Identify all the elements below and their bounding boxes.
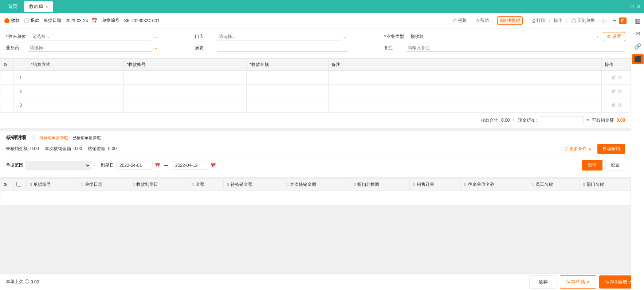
staff-input[interactable] <box>28 44 152 52</box>
settings-button[interactable]: ⚙ 设置 <box>603 32 625 41</box>
staff-field: 业务员 ··· <box>6 44 159 52</box>
staff-more-btn[interactable]: ··· <box>152 45 159 51</box>
draft-label: 保存草稿 <box>566 279 585 285</box>
cell-remark[interactable] <box>329 85 602 98</box>
tab-active[interactable]: 收款单 × <box>24 1 53 12</box>
total-label: 收款合计 <box>481 117 498 124</box>
tab-done[interactable]: 已核销单据(0笔) <box>72 135 101 141</box>
verify-title: 核销明细 <box>6 134 26 141</box>
tab-close-icon[interactable]: × <box>46 4 48 9</box>
nav-prev-icon[interactable]: ◁ <box>598 18 602 24</box>
date-calendar-icon[interactable]: 📅 <box>91 18 98 24</box>
abandon-button[interactable]: 放弃 <box>529 275 557 289</box>
row-delete-icon[interactable]: 🗑 <box>611 74 616 81</box>
view-list-btn[interactable]: ☰ <box>611 17 619 24</box>
verify-value: 0.00 <box>617 118 625 123</box>
filter-icon: ▽ <box>565 146 568 152</box>
filter-settings-button[interactable]: 设置 <box>605 160 625 171</box>
no-field: 单据编号 SK-20230324-001 <box>102 17 159 24</box>
row-copy-icon[interactable]: ⧉ <box>618 74 621 81</box>
main-content: 收款 退款 单据日期 2023-03-24 📅 单据编号 SK-20230324… <box>0 13 644 273</box>
cell-amount[interactable] <box>247 71 329 85</box>
date-to-input[interactable] <box>172 161 208 170</box>
biz-type-arrow[interactable]: ▾ <box>597 35 598 39</box>
summary-label: 摘要 <box>195 45 217 51</box>
cell-payment-method[interactable] <box>28 71 124 85</box>
cell-remark[interactable] <box>329 98 602 112</box>
auto-verify-button[interactable]: 自动核销 <box>597 144 625 154</box>
date-value[interactable]: 2023-03-24 <box>66 18 88 23</box>
cell-account[interactable] <box>123 85 247 98</box>
tab-home[interactable]: 首页 <box>3 1 23 12</box>
equals-sign: = <box>586 118 589 123</box>
more-conditions-btn[interactable]: ▽ 更多条件 ∧ <box>565 146 592 152</box>
discount-input[interactable] <box>540 116 584 124</box>
detail-empty-row <box>0 191 631 205</box>
radio-refund-label: 退款 <box>31 17 39 24</box>
biz-type-field: * 业务类型 预收款 ▾ ⚙ 设置 <box>384 32 625 41</box>
cell-account[interactable] <box>123 98 247 112</box>
date-from-cal-icon[interactable]: 📅 <box>155 163 160 168</box>
video-btn[interactable]: ⊙ 视频 <box>453 17 467 24</box>
sidebar-link-icon[interactable]: 🔗 <box>633 42 643 51</box>
date-label: 到期日 <box>101 162 114 168</box>
store-input[interactable] <box>217 33 341 40</box>
tab-done-label: 已核销单据 <box>72 136 93 140</box>
verify-info-icon[interactable]: ⓘ <box>31 135 35 141</box>
nav-arrows: ◁ ▷ <box>598 18 607 24</box>
detail-col-4: ⇅ 收款到期日 <box>129 179 188 191</box>
radio-receipt-dot <box>4 18 9 23</box>
draft-button[interactable]: 保存草稿 ∧ <box>560 275 596 289</box>
history-btn[interactable]: 📋 历史单据 <box>571 17 595 24</box>
col-settings[interactable]: ⚙ <box>0 59 13 71</box>
minimize-icon[interactable]: — <box>623 4 628 9</box>
no-value: SK-20230324-001 <box>124 18 159 23</box>
cell-account[interactable] <box>123 71 247 85</box>
more-conditions-label: 更多条件 <box>569 146 587 152</box>
operations-btn[interactable]: 操作 <box>554 17 562 24</box>
unchecked-value: 0.00 <box>30 146 39 151</box>
tab-pending[interactable]: 待核销单据(0笔) <box>39 135 68 141</box>
radio-receipt[interactable]: 收款 <box>4 17 20 24</box>
date-from-input[interactable] <box>116 161 153 170</box>
cell-amount[interactable] <box>247 85 329 98</box>
row-delete-icon[interactable]: 🗑 <box>611 102 616 108</box>
detail-col-settings[interactable]: ⚙ <box>0 179 13 191</box>
radio-refund[interactable]: 退款 <box>24 17 39 24</box>
shortcut-btn[interactable]: ⌨ 快捷键 <box>497 16 523 25</box>
party-input[interactable] <box>30 33 152 40</box>
right-sidebar: ▦ ✉ 🔗 ⬛ <box>631 13 644 290</box>
range-select[interactable] <box>25 161 91 170</box>
col-actions: 操作 <box>602 59 631 71</box>
maximize-icon[interactable]: □ <box>631 4 634 9</box>
bottom-info: 本单上欠 ⓘ 0.00 <box>6 279 39 285</box>
remark-input[interactable] <box>406 44 625 52</box>
row-delete-icon[interactable]: 🗑 <box>611 88 616 94</box>
detail-col-3: ⇅ 单据日期 <box>78 179 129 191</box>
cell-payment-method[interactable] <box>28 98 124 112</box>
row-settings <box>0 85 13 98</box>
store-more-btn[interactable]: ··· <box>341 34 348 40</box>
select-all-checkbox[interactable] <box>16 182 21 187</box>
close-icon[interactable]: ✕ <box>637 4 641 9</box>
toolbar-right: ⊙ 视频 | ⊙ 帮助 | ⌨ 快捷键 | 🖨 打印 | 操作 | <box>453 16 627 25</box>
cell-payment-method[interactable] <box>28 85 124 98</box>
print-btn[interactable]: 🖨 打印 <box>531 17 545 24</box>
sidebar-envelope-icon[interactable]: ✉ <box>634 29 641 39</box>
date-to-cal-icon[interactable]: 📅 <box>211 163 216 168</box>
query-button[interactable]: 查询 <box>582 160 602 171</box>
party-more-btn[interactable]: ··· <box>152 34 159 40</box>
summary-input[interactable] <box>217 44 348 52</box>
nav-next-icon[interactable]: ▷ <box>603 18 607 24</box>
sidebar-table-icon[interactable]: ▦ <box>633 16 642 26</box>
receipt-type-group: 收款 退款 <box>4 17 39 24</box>
row-copy-icon[interactable]: ⧉ <box>618 88 621 94</box>
row-copy-icon[interactable]: ⧉ <box>618 102 621 108</box>
help-btn[interactable]: ⊙ 帮助 <box>475 17 489 24</box>
detail-col-1 <box>13 179 27 191</box>
view-grid-btn[interactable]: ⊞ <box>619 17 627 24</box>
sidebar-camera-icon[interactable]: ⬛ <box>632 54 644 64</box>
cell-remark[interactable] <box>329 71 602 85</box>
detail-table-section: ⚙⇅ 单据编号⇅ 单据日期⇅ 收款到期日⇅ 金额⇅ 待核销金额⇅ 本次核销金额⇅… <box>0 179 631 205</box>
cell-amount[interactable] <box>247 98 329 112</box>
